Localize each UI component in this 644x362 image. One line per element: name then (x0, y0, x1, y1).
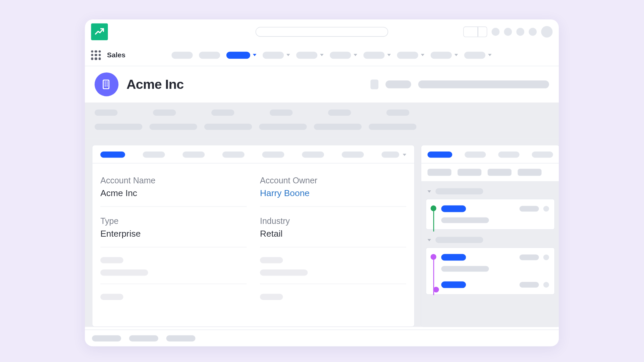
section-title-placeholder (435, 188, 483, 194)
utility-item[interactable] (92, 335, 121, 341)
record-body: Account Name Acme Inc Account Owner Harr… (85, 139, 559, 327)
highlight-label (211, 110, 234, 116)
chevron-down-icon (488, 54, 492, 56)
field-label: Type (100, 217, 247, 226)
header-action-icon[interactable] (504, 28, 512, 36)
detail-tabs (92, 145, 414, 164)
nav-item[interactable] (171, 52, 193, 59)
timeline-title-placeholder (441, 254, 466, 261)
activity-subtab[interactable] (488, 169, 512, 176)
timeline-action-icon[interactable] (543, 206, 549, 212)
svg-rect-3 (105, 83, 106, 84)
timeline-dot-icon (431, 254, 436, 260)
header-action-icon[interactable] (529, 28, 537, 36)
chevron-down-icon (428, 239, 431, 241)
field-value: Enterprise (100, 229, 247, 239)
app-logo-icon[interactable] (91, 23, 108, 40)
activity-subtabs (421, 164, 559, 181)
field-placeholder (100, 257, 247, 284)
app-launcher-icon[interactable] (91, 50, 101, 60)
highlight-value (259, 124, 307, 130)
utility-bar (85, 329, 559, 346)
field-account-name: Account Name Acme Inc (100, 176, 247, 207)
highlight-label (386, 110, 410, 116)
activity-subtab[interactable] (428, 169, 451, 176)
highlight-label (95, 110, 118, 116)
highlight-value (149, 124, 197, 130)
nav-item[interactable] (464, 52, 492, 59)
detail-tab[interactable] (262, 152, 284, 158)
field-account-owner: Account Owner Harry Boone (260, 176, 406, 207)
header-action-icon[interactable] (516, 28, 524, 36)
chevron-down-icon (286, 54, 290, 56)
field-value-link[interactable]: Harry Boone (260, 188, 406, 198)
global-header (85, 19, 559, 44)
timeline-item[interactable] (426, 247, 555, 295)
nav-item[interactable] (263, 52, 290, 59)
nav-item[interactable] (199, 52, 220, 59)
chevron-down-icon (253, 54, 257, 56)
chevron-down-icon (320, 54, 324, 56)
timeline-meta-placeholder (520, 206, 539, 212)
field-placeholder (100, 294, 247, 306)
chevron-down-icon (454, 54, 458, 56)
timeline-section-header[interactable] (421, 234, 559, 248)
nav-item[interactable] (296, 52, 324, 59)
header-action-placeholder[interactable] (370, 79, 378, 89)
activity-tab[interactable] (498, 152, 519, 158)
header-action-placeholder[interactable] (385, 80, 411, 88)
svg-rect-4 (107, 83, 108, 84)
activity-tab[interactable] (465, 152, 486, 158)
nav-item-active[interactable] (226, 52, 257, 59)
detail-tab[interactable] (182, 152, 205, 158)
global-search-input[interactable] (256, 27, 388, 37)
detail-tab[interactable] (143, 152, 165, 158)
detail-tab[interactable] (222, 152, 245, 158)
field-label: Industry (260, 217, 406, 226)
timeline-connector (433, 211, 434, 232)
header-action-icon[interactable] (492, 28, 500, 36)
timeline-action-icon[interactable] (543, 254, 549, 260)
detail-tab-more[interactable] (381, 152, 399, 158)
chevron-down-icon (354, 54, 357, 56)
detail-tab[interactable] (302, 152, 324, 158)
activity-tab-active[interactable] (428, 152, 452, 158)
nav-item[interactable] (430, 52, 458, 59)
record-header: Acme Inc (85, 66, 559, 103)
highlight-value (204, 124, 252, 130)
timeline-meta-placeholder (520, 254, 539, 260)
timeline-meta-placeholder (520, 282, 539, 288)
header-action-bar-placeholder[interactable] (418, 80, 549, 88)
field-value: Acme Inc (100, 188, 247, 198)
activity-subtab[interactable] (458, 169, 481, 176)
timeline-item[interactable] (426, 199, 555, 230)
highlight-label (153, 110, 176, 116)
timeline-action-icon[interactable] (543, 282, 549, 288)
highlight-value (369, 124, 416, 130)
activity-subtab[interactable] (518, 169, 541, 176)
user-avatar[interactable] (541, 26, 552, 38)
svg-rect-2 (107, 81, 108, 82)
activity-tab[interactable] (532, 152, 553, 158)
app-nav-bar: Sales (85, 44, 559, 66)
highlight-label (328, 110, 351, 116)
detail-tab[interactable] (342, 152, 364, 158)
detail-tab-active[interactable] (100, 152, 125, 158)
activity-tabs (421, 145, 559, 164)
nav-item[interactable] (330, 52, 357, 59)
chevron-down-icon (428, 190, 431, 192)
svg-rect-0 (103, 80, 109, 89)
field-placeholder (260, 257, 406, 284)
timeline-section-header[interactable] (421, 186, 559, 199)
utility-item[interactable] (166, 335, 196, 341)
timeline-dot-icon (433, 287, 439, 292)
nav-item[interactable] (397, 52, 424, 59)
field-placeholder (260, 294, 406, 306)
field-type: Type Enterprise (100, 217, 247, 247)
utility-item[interactable] (129, 335, 158, 341)
nav-item[interactable] (363, 52, 391, 59)
app-name: Sales (107, 51, 125, 59)
view-toggle[interactable] (463, 26, 487, 37)
timeline-body-placeholder (441, 266, 489, 272)
details-panel: Account Name Acme Inc Account Owner Harr… (92, 145, 415, 327)
